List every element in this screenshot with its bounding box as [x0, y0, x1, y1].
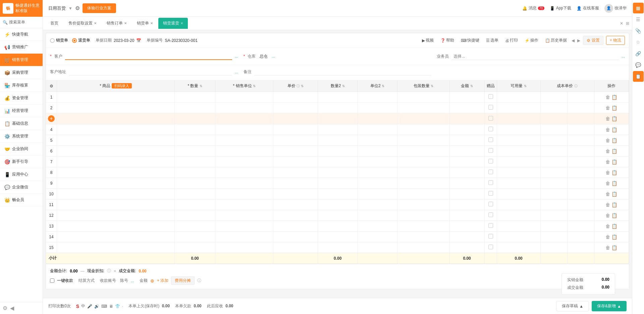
delete-row-btn[interactable]: 🗑 [605, 159, 610, 165]
salesman-input[interactable] [451, 53, 619, 60]
cell-qty[interactable] [174, 103, 215, 113]
warehouse-dots[interactable]: ... [272, 54, 275, 59]
cell-qty2[interactable] [318, 156, 357, 167]
cell-cost[interactable] [540, 156, 567, 167]
experience-btn[interactable]: 体验行业方案 [83, 3, 116, 13]
delete-row-btn[interactable]: 🗑 [605, 224, 610, 229]
sidebar-item-operations[interactable]: 📊 经营管理 [0, 105, 43, 117]
goods-input-active[interactable] [59, 116, 172, 121]
copy-row-btn[interactable]: 📋 [611, 245, 617, 250]
cell-pack-qty[interactable] [397, 113, 449, 124]
cell-unit2[interactable] [358, 135, 397, 146]
cell-amount[interactable] [449, 232, 484, 242]
close-sales-return[interactable]: ✕ [180, 21, 183, 25]
cell-qty2[interactable] [318, 210, 357, 221]
cell-amount[interactable] [449, 221, 484, 232]
cell-pack-qty[interactable] [397, 242, 449, 253]
cell-qty[interactable] [174, 189, 215, 199]
copy-row-btn[interactable]: 📋 [611, 95, 617, 100]
cell-unit[interactable] [215, 103, 273, 113]
cell-pack-qty[interactable] [397, 210, 449, 221]
cell-available[interactable] [497, 135, 540, 146]
shortcut-btn[interactable]: ⌨ 快捷键 [459, 37, 481, 44]
keyboard-icon[interactable]: ⌨ [101, 304, 107, 309]
cell-available[interactable] [497, 210, 540, 221]
cell-unit2[interactable] [358, 146, 397, 156]
cell-price[interactable] [273, 146, 318, 156]
close-price-settings[interactable]: ✕ [94, 21, 97, 25]
cell-goods[interactable] [57, 146, 175, 156]
cell-price[interactable] [273, 92, 318, 103]
cell-qty[interactable] [174, 124, 215, 135]
copy-row-btn[interactable]: 📋 [611, 181, 617, 186]
save-draft-btn[interactable]: 保存草稿 ▲ [556, 301, 589, 311]
cell-pack-qty[interactable] [397, 199, 449, 210]
cell-price[interactable] [273, 189, 318, 199]
gift-checkbox[interactable] [488, 234, 493, 239]
cell-price[interactable] [273, 199, 318, 210]
add-row-btn[interactable]: + [48, 115, 55, 122]
cell-goods[interactable] [57, 221, 175, 232]
form-setting-btn[interactable]: ⚙ 设置 [583, 36, 603, 45]
tab-sales-order[interactable]: 销售订单 ✕ [102, 18, 131, 29]
gift-checkbox[interactable] [488, 212, 493, 217]
cell-amount[interactable] [449, 113, 484, 124]
right-panel-action[interactable]: 📋 [633, 71, 644, 82]
cell-amount[interactable] [449, 124, 484, 135]
account-dots[interactable]: ... [131, 278, 134, 283]
cell-qty2[interactable] [318, 113, 357, 124]
cell-amount[interactable] [449, 178, 484, 189]
cell-amount[interactable] [449, 189, 484, 199]
gift-checkbox[interactable] [488, 159, 493, 164]
cell-cost[interactable] [540, 124, 567, 135]
user-info[interactable]: 👤 徐泽华 [604, 4, 627, 13]
salesman-dots[interactable]: ... [622, 54, 625, 59]
cell-price[interactable] [273, 167, 318, 178]
gift-checkbox[interactable] [488, 105, 493, 110]
cell-price[interactable] [273, 103, 318, 113]
cell-unit2[interactable] [358, 232, 397, 242]
cell-unit2[interactable] [358, 113, 397, 124]
sidebar-item-apps[interactable]: 📱 应用中心 [0, 168, 43, 181]
sidebar-item-basic[interactable]: 📋 基础信息 [0, 117, 43, 130]
close-sales-order[interactable]: ✕ [124, 21, 127, 25]
cell-goods[interactable] [57, 124, 175, 135]
cell-price[interactable] [273, 232, 318, 242]
delete-row-btn[interactable]: 🗑 [605, 202, 610, 207]
gift-checkbox[interactable] [488, 223, 493, 228]
cell-qty[interactable] [174, 210, 215, 221]
maximize-tab[interactable]: ⊞ [626, 21, 629, 26]
delete-row-btn[interactable]: 🗑 [605, 105, 610, 111]
add-logistics-btn[interactable]: + 物流 [606, 36, 625, 45]
cell-qty2[interactable] [318, 232, 357, 242]
next-bill[interactable]: ▶ [577, 38, 580, 43]
cell-qty[interactable] [174, 92, 215, 103]
address-input[interactable] [69, 68, 232, 75]
cell-goods[interactable] [57, 232, 175, 242]
sidebar-collapse-icon[interactable]: ◀ [10, 305, 14, 311]
radio-sales[interactable]: 销货单 [50, 38, 68, 43]
right-panel-comment[interactable]: 💬 [633, 60, 644, 70]
fee-help[interactable]: ⓘ [197, 278, 201, 284]
cell-cost[interactable] [540, 221, 567, 232]
sidebar-item-member[interactable]: 👑 畅会员 [0, 194, 43, 206]
sidebar-settings-icon[interactable]: ⚙ [3, 305, 7, 311]
calendar-icon[interactable]: 📅 [136, 38, 141, 43]
copy-row-btn[interactable]: 📋 [611, 138, 617, 143]
add-label[interactable]: + 添加 [157, 278, 168, 284]
copy-row-btn[interactable]: 📋 [611, 234, 617, 240]
cell-available[interactable] [497, 113, 540, 124]
cell-pack-qty[interactable] [397, 92, 449, 103]
tab-price-settings[interactable]: 售价提取设置 ✕ [64, 18, 101, 29]
cell-goods[interactable] [57, 135, 175, 146]
print-btn[interactable]: 🖨 打印 [503, 37, 520, 44]
cell-goods[interactable] [57, 156, 175, 167]
cell-unit2[interactable] [358, 167, 397, 178]
cell-pack-qty[interactable] [397, 167, 449, 178]
cell-cost[interactable] [540, 167, 567, 178]
copy-row-btn[interactable]: 📋 [611, 159, 617, 165]
cell-cost[interactable] [540, 146, 567, 156]
cell-unit2[interactable] [358, 178, 397, 189]
cell-available[interactable] [497, 189, 540, 199]
cell-cost[interactable] [540, 199, 567, 210]
